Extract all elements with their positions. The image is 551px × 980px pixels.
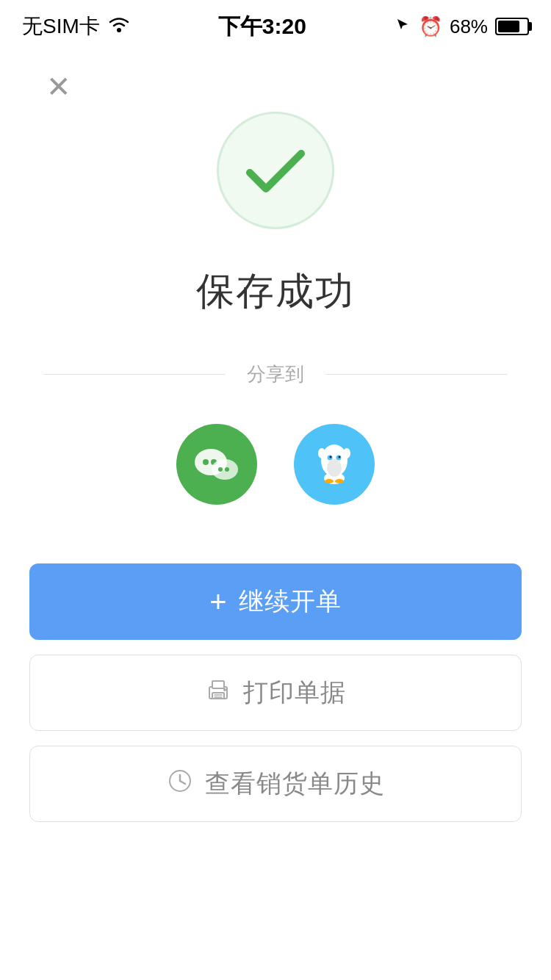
action-buttons: + 继续开单 打印单据 xyxy=(0,563,551,822)
svg-point-5 xyxy=(218,467,223,472)
continue-button-label: 继续开单 xyxy=(239,585,342,619)
success-circle xyxy=(217,112,334,229)
divider-left xyxy=(44,374,225,375)
svg-rect-20 xyxy=(212,681,224,688)
main-content: 保存成功 分享到 xyxy=(0,53,551,822)
wechat-icon xyxy=(192,443,242,486)
wifi-icon xyxy=(107,14,131,40)
qq-share-button[interactable] xyxy=(294,424,375,505)
svg-point-2 xyxy=(203,459,209,465)
svg-line-27 xyxy=(180,781,185,784)
svg-point-16 xyxy=(335,479,344,483)
print-button-label: 打印单据 xyxy=(243,676,346,710)
svg-point-24 xyxy=(223,688,226,691)
battery-bar-icon xyxy=(495,18,529,35)
status-right: ⏰ 68% xyxy=(394,15,529,38)
svg-rect-21 xyxy=(212,693,224,699)
divider-right xyxy=(326,374,507,375)
svg-point-17 xyxy=(318,448,325,458)
history-button-label: 查看销货单历史 xyxy=(205,767,385,801)
plus-icon: + xyxy=(209,587,226,616)
location-icon xyxy=(394,15,411,38)
status-left: 无SIM卡 xyxy=(22,12,131,40)
print-button[interactable]: 打印单据 xyxy=(29,655,522,731)
share-divider: 分享到 xyxy=(0,361,551,387)
success-title: 保存成功 xyxy=(196,266,355,317)
history-button[interactable]: 查看销货单历史 xyxy=(29,746,522,822)
time-display: 下午3:20 xyxy=(218,12,306,42)
carrier-text: 无SIM卡 xyxy=(22,12,100,40)
svg-point-15 xyxy=(325,479,334,483)
svg-point-14 xyxy=(327,459,342,477)
wechat-share-button[interactable] xyxy=(176,424,257,505)
continue-button[interactable]: + 继续开单 xyxy=(29,563,522,640)
svg-point-12 xyxy=(339,456,341,458)
close-icon: ✕ xyxy=(46,72,71,101)
alarm-icon: ⏰ xyxy=(419,15,442,38)
svg-point-6 xyxy=(225,467,229,472)
close-button[interactable]: ✕ xyxy=(37,65,81,109)
printer-icon xyxy=(205,677,231,709)
share-label: 分享到 xyxy=(225,361,326,387)
svg-point-0 xyxy=(117,28,121,32)
qq-icon xyxy=(312,440,356,489)
share-icons xyxy=(176,424,375,505)
clock-icon xyxy=(167,768,193,800)
checkmark-icon xyxy=(242,145,309,196)
svg-point-18 xyxy=(343,448,350,458)
svg-point-11 xyxy=(330,456,332,458)
battery-text: 68% xyxy=(450,15,488,38)
status-bar: 无SIM卡 下午3:20 ⏰ 68% xyxy=(0,0,551,53)
